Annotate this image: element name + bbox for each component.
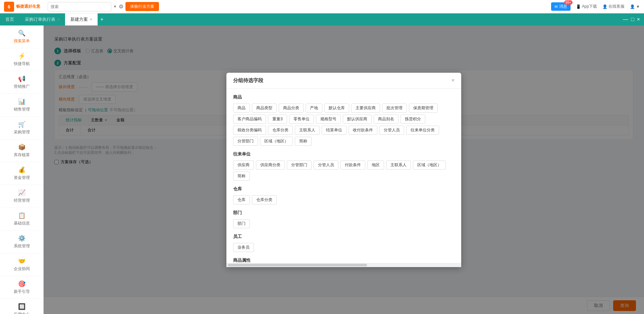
- purchase-icon: 🛒: [18, 121, 25, 128]
- service-icon: 👤: [602, 4, 607, 9]
- modal-horizontal-scrollbar[interactable]: [226, 263, 461, 267]
- tab-home-label: 首页: [5, 16, 14, 22]
- field-tag-wh-1[interactable]: 仓库分类: [252, 195, 277, 204]
- finance-icon: 💰: [18, 166, 25, 174]
- field-tag-dept-0[interactable]: 部门: [233, 219, 250, 228]
- field-tag-product-14[interactable]: 拣货积分: [400, 115, 425, 124]
- field-tag-product-16[interactable]: 仓库分类: [268, 126, 293, 135]
- inventory-icon: 📦: [18, 143, 25, 151]
- sidebar: 🔍 搜索菜单 ⚡ 快捷导航 📢 营销推广 📊 销售管理 🛒 采购管理 📦 库存核…: [0, 25, 44, 314]
- field-tag-product-18[interactable]: 结算单位: [322, 126, 346, 135]
- modal-title: 分组待选字段: [233, 77, 263, 84]
- app-download-link[interactable]: 📱 App下载: [576, 4, 597, 9]
- field-tag-product-11[interactable]: 规格型号: [316, 115, 341, 124]
- header-search-area: ▼ ⚙ 体验行业方案: [48, 2, 551, 11]
- sidebar-search-label: 搜索菜单: [14, 38, 30, 44]
- field-tag-product-0[interactable]: 商品: [233, 104, 250, 113]
- field-tag-product-8[interactable]: 客户商品编码: [233, 115, 266, 124]
- sidebar-item-system[interactable]: ⚙️ 系统管理: [0, 231, 43, 253]
- section-counterpart: 往来单位 供应商 供应商分类 分管部门 分管人员 付款条件 地区 主联系人 区域…: [233, 151, 454, 181]
- field-tag-cp-4[interactable]: 付款条件: [340, 161, 365, 170]
- section-product-attr: 商品属性 属性 颜色 多规格 尺码 鞋码 1: [233, 257, 454, 263]
- field-tag-product-19[interactable]: 收付款条件: [348, 126, 377, 135]
- sidebar-item-finance[interactable]: 💰 资金管理: [0, 162, 43, 185]
- modal-body[interactable]: 商品 商品 商品类型 商品分类 产地 默认仓库 主要供应商 批次管理 保质期管理…: [226, 89, 461, 263]
- field-tag-product-24[interactable]: 简称: [295, 137, 312, 146]
- section-department-title: 部门: [233, 210, 454, 216]
- modal-close-button[interactable]: ×: [451, 77, 454, 83]
- tab-purchase-close-icon[interactable]: ×: [57, 17, 60, 22]
- experience-button[interactable]: 体验行业方案: [125, 2, 159, 11]
- field-tag-cp-1[interactable]: 供应商分类: [256, 161, 285, 170]
- tab-new-plan-close-icon[interactable]: ×: [90, 17, 92, 22]
- product-field-tags: 商品 商品类型 商品分类 产地 默认仓库 主要供应商 批次管理 保质期管理 客户…: [233, 104, 454, 146]
- sidebar-item-quick-nav[interactable]: ⚡ 快捷导航: [0, 48, 43, 71]
- sidebar-item-collab[interactable]: 🤝 企业协同: [0, 253, 43, 276]
- sidebar-item-app-center[interactable]: 🔲 应用中心: [0, 299, 43, 314]
- marketing-icon: 📢: [18, 75, 25, 82]
- user-avatar[interactable]: 👤 ▼: [630, 4, 640, 9]
- field-tag-product-1[interactable]: 商品类型: [252, 104, 277, 113]
- message-icon: ✉: [554, 4, 558, 9]
- field-tag-cp-8[interactable]: 简称: [233, 172, 250, 181]
- field-tag-product-20[interactable]: 分管人员: [379, 126, 404, 135]
- window-minimize-icon[interactable]: —: [623, 16, 628, 22]
- field-tag-cp-7[interactable]: 区域（地区）: [413, 161, 446, 170]
- field-tag-cp-5[interactable]: 地区: [367, 161, 384, 170]
- sidebar-sales-label: 销售管理: [14, 107, 30, 112]
- field-tag-product-3[interactable]: 产地: [306, 104, 322, 113]
- field-tag-product-21[interactable]: 往来单位分类: [406, 126, 439, 135]
- modal-overlay: 分组待选字段 × 商品 商品 商品类型 商品分类 产地 默认仓库: [44, 25, 644, 314]
- field-tag-product-22[interactable]: 分管部门: [233, 137, 258, 146]
- hscroll-thumb[interactable]: [228, 264, 367, 266]
- field-tag-product-17[interactable]: 主联系人: [295, 126, 320, 135]
- tab-new-plan[interactable]: 新建方案 ×: [65, 13, 98, 25]
- app-center-icon: 🔲: [18, 303, 25, 310]
- online-service-link[interactable]: 👤 在线客服: [602, 4, 625, 9]
- window-maximize-icon[interactable]: □: [631, 16, 634, 22]
- sidebar-item-marketing[interactable]: 📢 营销推广: [0, 71, 43, 94]
- field-tag-product-13[interactable]: 商品别名: [374, 115, 398, 124]
- sales-icon: 📊: [18, 98, 25, 105]
- field-tag-cp-0[interactable]: 供应商: [233, 161, 254, 170]
- window-close-icon[interactable]: ×: [637, 16, 640, 22]
- field-tag-cp-2[interactable]: 分管部门: [287, 161, 312, 170]
- sidebar-item-basic-info[interactable]: 📋 基础信息: [0, 208, 43, 231]
- field-tag-product-9[interactable]: 重量3: [268, 115, 287, 124]
- sidebar-collab-label: 企业协同: [14, 266, 30, 272]
- field-tag-product-6[interactable]: 批次管理: [382, 104, 407, 113]
- tab-home[interactable]: 首页: [0, 13, 19, 25]
- tab-new-plan-label: 新建方案: [70, 16, 88, 22]
- field-tag-product-2[interactable]: 商品分类: [279, 104, 304, 113]
- field-tag-product-4[interactable]: 默认仓库: [324, 104, 349, 113]
- tab-purchase-execution[interactable]: 采购订单执行表 ×: [19, 13, 65, 25]
- field-tag-product-12[interactable]: 默认供应商: [343, 115, 372, 124]
- field-tag-product-10[interactable]: 零售单位: [289, 115, 314, 124]
- sidebar-item-search[interactable]: 🔍 搜索菜单: [0, 25, 43, 48]
- field-tag-product-23[interactable]: 区域（地区）: [260, 137, 293, 146]
- employee-field-tags: 业务员: [233, 243, 454, 252]
- sidebar-item-operations[interactable]: 📈 经营管理: [0, 185, 43, 208]
- tab-add-icon[interactable]: +: [100, 16, 103, 22]
- sidebar-item-inventory[interactable]: 📦 库存核算: [0, 139, 43, 162]
- gear-icon[interactable]: ⚙: [119, 3, 123, 10]
- field-tag-cp-3[interactable]: 分管人员: [314, 161, 338, 170]
- sidebar-quick-nav-label: 快捷导航: [14, 61, 30, 67]
- section-counterpart-title: 往来单位: [233, 151, 454, 157]
- logo-text: 畅捷通好生意: [16, 4, 40, 9]
- field-tag-emp-0[interactable]: 业务员: [233, 243, 254, 252]
- field-tag-wh-0[interactable]: 仓库: [233, 195, 250, 204]
- field-tag-product-5[interactable]: 主要供应商: [351, 104, 380, 113]
- sidebar-item-guide[interactable]: 🎯 新手引导: [0, 276, 43, 299]
- collab-icon: 🤝: [18, 257, 25, 265]
- field-tag-product-7[interactable]: 保质期管理: [409, 104, 438, 113]
- main-layout: 🔍 搜索菜单 ⚡ 快捷导航 📢 营销推广 📊 销售管理 🛒 采购管理 📦 库存核…: [0, 25, 644, 314]
- search-dropdown-icon[interactable]: ▼: [113, 5, 117, 8]
- section-product-title: 商品: [233, 94, 454, 100]
- sidebar-item-sales[interactable]: 📊 销售管理: [0, 94, 43, 117]
- message-button[interactable]: ✉ 消息 99+: [551, 2, 571, 11]
- search-input[interactable]: [48, 2, 111, 11]
- field-tag-cp-6[interactable]: 主联系人: [386, 161, 411, 170]
- field-tag-product-15[interactable]: 税收分类编码: [233, 126, 266, 135]
- sidebar-item-purchase[interactable]: 🛒 采购管理: [0, 117, 43, 139]
